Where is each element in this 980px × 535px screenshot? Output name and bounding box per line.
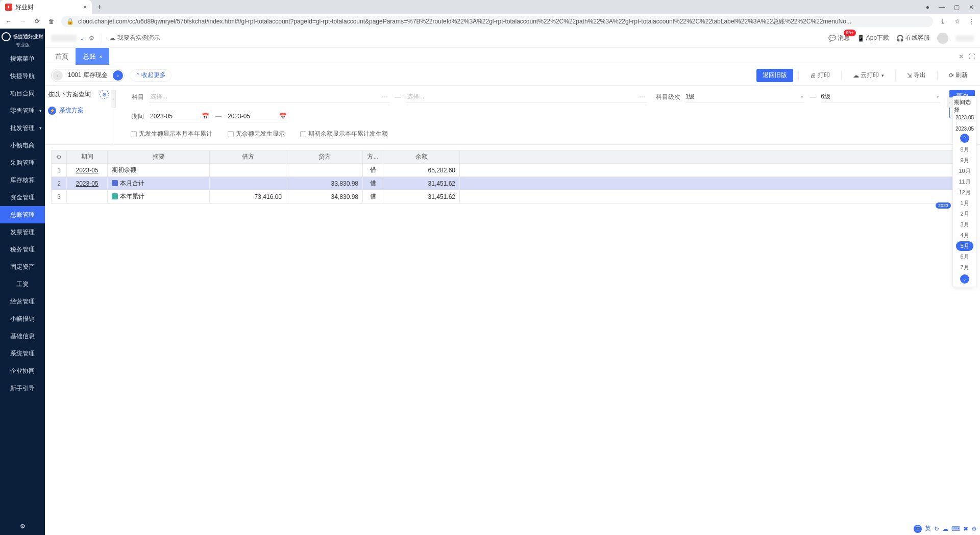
tab[interactable]: 首页 <box>48 48 76 65</box>
more-icon[interactable]: ⋯ <box>382 93 388 100</box>
tab-close-icon[interactable]: × <box>83 4 87 11</box>
tray-icon[interactable]: ⚙ <box>971 525 977 532</box>
print-button[interactable]: 🖨 打印 <box>804 69 836 82</box>
prev-account-icon[interactable]: ‹ <box>53 70 63 81</box>
account-selector[interactable]: ‹ 1001 库存现金 › <box>51 69 125 82</box>
month-item[interactable]: 5月 <box>956 241 973 251</box>
maximize-icon[interactable]: ▢ <box>954 4 960 11</box>
close-icon[interactable]: × <box>99 54 102 60</box>
sidebar-item[interactable]: 库存核算 <box>0 171 45 189</box>
month-item[interactable]: 7月 <box>960 263 969 272</box>
sidebar-item[interactable]: 小畅报销 <box>0 310 45 327</box>
sidebar-item[interactable]: 发票管理 <box>0 223 45 241</box>
message-button[interactable]: 💬 消息 99+ <box>828 34 850 42</box>
sidebar-item[interactable]: 固定资产 <box>0 258 45 275</box>
close-window-icon[interactable]: ✕ <box>969 4 974 11</box>
install-icon[interactable]: ⤓ <box>938 18 947 25</box>
sidebar-item[interactable]: 经营管理 <box>0 293 45 310</box>
star-icon[interactable]: ☆ <box>952 18 962 25</box>
app-download-button[interactable]: 📱 App下载 <box>857 34 889 42</box>
month-item[interactable]: 3月 <box>960 220 969 230</box>
tray-icon[interactable]: ⌨ <box>951 525 960 532</box>
refresh-button[interactable]: ⟳ 刷新 <box>943 69 974 82</box>
scheme-title: 按以下方案查询 ⚙ <box>48 90 109 99</box>
level-from-select[interactable]: 1级 ▾ <box>685 91 805 103</box>
level-to-select[interactable]: 6级 ▾ <box>821 91 940 103</box>
minimize-icon[interactable]: — <box>939 4 945 11</box>
sidebar-item[interactable]: 基础信息 <box>0 327 45 345</box>
sidebar-item[interactable]: 工资 <box>0 275 45 293</box>
sidebar-item[interactable]: 搜索菜单 <box>0 50 45 67</box>
sidebar-settings-icon[interactable]: ⚙ <box>0 518 45 535</box>
table-row[interactable]: 3本年累计73,416.0034,830.98借31,451.62 <box>52 190 974 203</box>
subject-from-input[interactable]: 选择... ⋯ <box>149 91 389 103</box>
sidebar-item[interactable]: 企业协同 <box>0 362 45 379</box>
ime-badge-icon[interactable]: 王 <box>914 525 922 533</box>
period-down-icon[interactable]: ⌄ <box>960 274 969 284</box>
cloud-print-button[interactable]: ☁ 云打印 ▾ <box>847 69 890 82</box>
check-opening[interactable]: 期初余额显示本年累计发生额 <box>300 130 388 138</box>
org-selector[interactable]: ⌄ <box>51 35 85 42</box>
scheme-settings-icon[interactable]: ⚙ <box>100 90 109 99</box>
sidebar-item[interactable]: 资金管理 <box>0 189 45 206</box>
sidebar-item[interactable]: 小畅电商 <box>0 137 45 154</box>
sidebar-item[interactable]: 总账管理 <box>0 206 45 223</box>
trash-icon[interactable]: 🗑 <box>47 18 56 25</box>
month-item[interactable]: 1月 <box>960 198 969 208</box>
tray-icon[interactable]: ↻ <box>934 525 939 532</box>
month-item[interactable]: 4月 <box>960 231 969 240</box>
favicon-icon: ✦ <box>5 4 12 11</box>
tray-icon[interactable]: ✖ <box>963 525 968 532</box>
period-from-input[interactable]: 2023-05 📅 <box>149 110 210 122</box>
scheme-item-system[interactable]: ⚡ 系统方案 <box>48 106 109 115</box>
sidebar-item[interactable]: 项目合同 <box>0 85 45 102</box>
table-row[interactable]: 12023-05期初余额借65,282.60 <box>52 164 974 177</box>
sidebar-item[interactable]: 系统管理 <box>0 345 45 362</box>
tray-icon[interactable]: ☁ <box>942 525 948 532</box>
month-item[interactable]: 12月 <box>959 188 970 197</box>
more-icon[interactable]: ⋯ <box>639 93 646 100</box>
month-item[interactable]: 11月 <box>959 177 970 187</box>
panel-collapse-icon[interactable]: › <box>947 97 953 108</box>
period-link[interactable]: 2023-05 <box>76 167 98 174</box>
period-to-input[interactable]: 2023-05 📅 <box>227 110 288 122</box>
table-row[interactable]: 22023-05本月合计33,830.98借31,451.62 <box>52 177 974 190</box>
sidebar-item[interactable]: 采购管理 <box>0 154 45 171</box>
calendar-icon[interactable]: 📅 <box>279 113 287 120</box>
sidebar-item[interactable]: 零售管理▾ <box>0 102 45 119</box>
sidebar-item[interactable]: 快捷导航 <box>0 67 45 85</box>
calendar-icon[interactable]: 📅 <box>202 113 209 120</box>
collapse-more-button[interactable]: ⌃ 收起更多 <box>130 69 172 82</box>
month-item[interactable]: 6月 <box>960 252 969 262</box>
collapse-handle-icon[interactable]: ‹ <box>111 90 116 108</box>
sidebar-item[interactable]: 新手引导 <box>0 379 45 397</box>
check-no-activity[interactable]: 无发生额显示本月本年累计 <box>131 130 212 138</box>
close-all-icon[interactable]: ✕ <box>959 53 964 60</box>
sidebar-item[interactable]: 税务管理 <box>0 241 45 258</box>
month-item[interactable]: 10月 <box>959 166 970 176</box>
export-button[interactable]: ⇲ 导出 <box>901 69 932 82</box>
reload-icon[interactable]: ⟳ <box>33 18 42 25</box>
demo-link[interactable]: ☁ 我要看实例演示 <box>109 34 160 42</box>
tab[interactable]: 总账× <box>76 48 109 65</box>
fullscreen-icon[interactable]: ⛶ <box>969 53 975 60</box>
period-link[interactable]: 2023-05 <box>76 180 98 187</box>
month-item[interactable]: 2月 <box>960 209 969 219</box>
address-bar[interactable]: 🔒 cloud.chanjet.com/cc/u6d89qwnryel/57bf… <box>61 16 933 27</box>
col-settings-icon[interactable]: ⚙ <box>52 150 67 164</box>
next-account-icon[interactable]: › <box>113 70 123 81</box>
month-item[interactable]: 8月 <box>960 145 969 155</box>
check-no-balance[interactable]: 无余额无发生显示 <box>228 130 285 138</box>
new-tab-button[interactable]: + <box>92 3 107 12</box>
browser-tab[interactable]: ✦ 好业财 × <box>0 0 92 14</box>
back-icon[interactable]: ← <box>4 18 13 25</box>
back-old-button[interactable]: 退回旧版 <box>756 69 793 82</box>
period-up-icon[interactable]: ⌃ <box>960 134 969 143</box>
org-settings-icon[interactable]: ⚙ <box>89 35 94 42</box>
support-button[interactable]: 🎧 在线客服 <box>896 34 930 42</box>
menu-icon[interactable]: ⋮ <box>967 18 976 25</box>
avatar[interactable] <box>937 33 948 44</box>
sidebar-item[interactable]: 批发管理▾ <box>0 119 45 137</box>
subject-to-input[interactable]: 选择... ⋯ <box>406 91 646 103</box>
month-item[interactable]: 9月 <box>960 156 969 165</box>
